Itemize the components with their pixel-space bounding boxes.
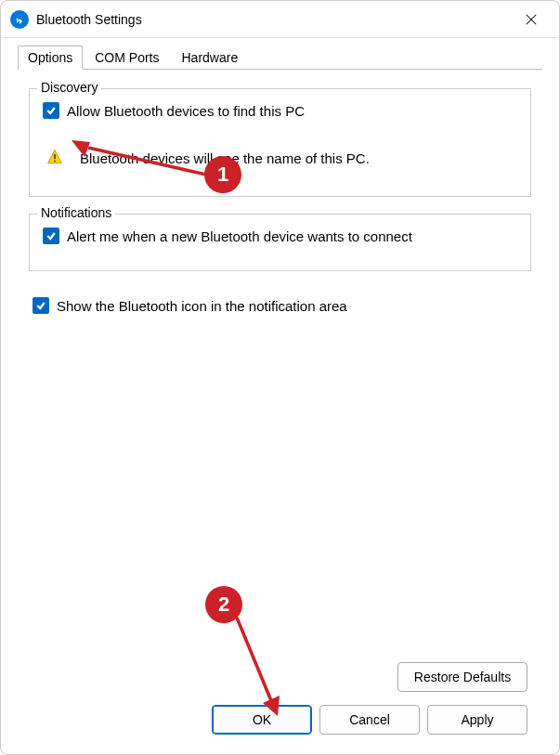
check-icon	[46, 105, 57, 116]
annotation-step-2: 2	[205, 586, 242, 623]
checkbox-row-alert-connect[interactable]: Alert me when a new Bluetooth device wan…	[43, 228, 517, 244]
annotation-arrow-2	[231, 614, 287, 716]
checkbox-alert-connect[interactable]	[43, 228, 59, 244]
checkbox-row-tray-icon[interactable]: Show the Bluetooth icon in the notificat…	[33, 297, 531, 314]
bluetooth-icon	[10, 10, 29, 29]
checkbox-allow-discovery[interactable]	[43, 102, 59, 119]
tab-hardware[interactable]: Hardware	[171, 46, 248, 70]
svg-line-7	[237, 618, 272, 703]
tab-com-ports[interactable]: COM Ports	[85, 46, 169, 70]
group-discovery-legend: Discovery	[37, 80, 101, 95]
window: Bluetooth Settings Options COM Ports Har…	[0, 0, 560, 755]
check-icon	[46, 230, 57, 241]
checkbox-row-allow-discovery[interactable]: Allow Bluetooth devices to find this PC	[43, 102, 517, 119]
label-alert-connect: Alert me when a new Bluetooth device wan…	[67, 228, 412, 244]
apply-button[interactable]: Apply	[427, 705, 527, 735]
titlebar: Bluetooth Settings	[1, 1, 559, 38]
annotation-arrow-1	[72, 140, 222, 185]
cancel-button[interactable]: Cancel	[319, 705, 420, 735]
label-allow-discovery: Allow Bluetooth devices to find this PC	[67, 103, 305, 119]
tab-options[interactable]: Options	[18, 46, 83, 70]
svg-rect-3	[54, 154, 56, 159]
close-button[interactable]	[513, 5, 550, 34]
tabs: Options COM Ports Hardware	[1, 38, 559, 70]
annotation-step-1: 1	[204, 156, 241, 193]
group-notifications: Notifications Alert me when a new Blueto…	[29, 214, 531, 271]
svg-marker-6	[72, 140, 90, 157]
check-icon	[35, 300, 46, 311]
label-tray-icon: Show the Bluetooth icon in the notificat…	[57, 298, 347, 314]
svg-rect-4	[54, 161, 56, 163]
warning-icon	[46, 149, 63, 168]
close-icon	[525, 13, 538, 26]
window-title: Bluetooth Settings	[36, 12, 513, 27]
checkbox-tray-icon[interactable]	[33, 297, 49, 314]
restore-defaults-button[interactable]: Restore Defaults	[397, 662, 527, 692]
group-notifications-legend: Notifications	[37, 205, 115, 220]
svg-line-5	[88, 148, 218, 177]
